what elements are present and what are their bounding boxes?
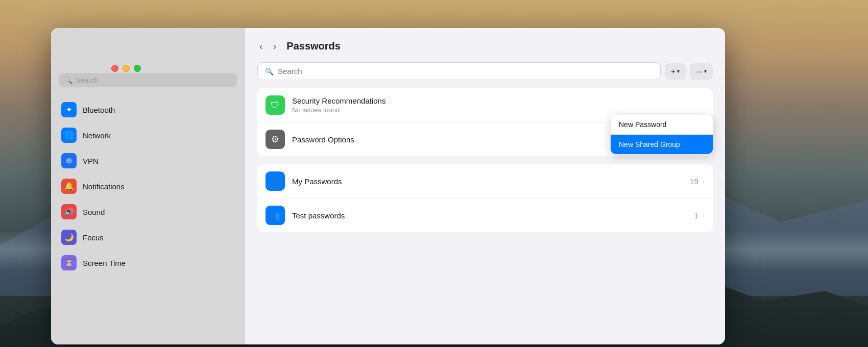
my-passwords-text: My Passwords	[292, 177, 690, 186]
new-password-item[interactable]: New Password	[611, 115, 713, 135]
sidebar-search-placeholder: Search	[76, 76, 98, 84]
sidebar-label-vpn: VPN	[83, 157, 99, 165]
search-icon: 🔍	[64, 77, 73, 84]
security-subtitle: No issues found	[292, 106, 705, 114]
add-chevron-icon: ▾	[677, 68, 680, 74]
test-passwords-text: Test passwords	[292, 211, 694, 220]
passwords-section: 👤 My Passwords 19 › 👥 Test passwords 1 ›	[257, 164, 713, 232]
test-passwords-title: Test passwords	[292, 211, 694, 220]
sidebar-item-focus[interactable]: 🌙 Focus	[55, 225, 241, 250]
more-chevron-icon: ▾	[704, 68, 707, 74]
sidebar-search-bar[interactable]: 🔍 Search	[59, 73, 237, 87]
sidebar-item-network[interactable]: 🌐 Network	[55, 123, 241, 147]
sidebar-label-focus: Focus	[83, 233, 104, 242]
sidebar-label-notifications: Notifications	[83, 182, 125, 191]
main-header: ‹ › Passwords	[245, 28, 725, 62]
test-passwords-item[interactable]: 👥 Test passwords 1 ›	[257, 199, 713, 232]
my-passwords-count: 19	[690, 177, 698, 186]
security-item-text: Security Recommendations No issues found	[292, 96, 705, 114]
sidebar-items: ✦ Bluetooth 🌐 Network ⊕ VPN 🔔 Notificati…	[51, 95, 245, 344]
window: 🔍 Search ✦ Bluetooth 🌐 Network ⊕ VPN 🔔 N…	[51, 28, 725, 344]
main-content: ‹ › Passwords 🔍 + ▾ ··· ▾ New Password	[245, 28, 725, 344]
close-button[interactable]	[111, 65, 118, 72]
page-title: Passwords	[286, 40, 341, 52]
sidebar: 🔍 Search ✦ Bluetooth 🌐 Network ⊕ VPN 🔔 N…	[51, 28, 245, 344]
add-plus-label: +	[671, 67, 675, 76]
main-search-bar[interactable]: 🔍	[257, 62, 661, 80]
my-passwords-item[interactable]: 👤 My Passwords 19 ›	[257, 164, 713, 199]
sidebar-label-screen-time: Screen Time	[83, 259, 126, 267]
sidebar-label-sound: Sound	[83, 208, 105, 216]
sidebar-item-bluetooth[interactable]: ✦ Bluetooth	[55, 97, 241, 122]
new-shared-group-item[interactable]: New Shared Group	[611, 135, 713, 154]
focus-icon: 🌙	[61, 230, 77, 245]
add-button[interactable]: + ▾	[665, 63, 686, 80]
traffic-lights	[111, 65, 141, 72]
test-passwords-icon: 👥	[266, 206, 285, 225]
notifications-icon: 🔔	[61, 179, 77, 194]
more-dots-label: ···	[696, 67, 702, 76]
screen-time-icon: ⏳	[61, 255, 77, 270]
more-button[interactable]: ··· ▾	[690, 63, 713, 80]
sidebar-label-bluetooth: Bluetooth	[83, 106, 115, 114]
sidebar-item-sound[interactable]: 🔊 Sound	[55, 200, 241, 224]
sidebar-item-screen-time[interactable]: ⏳ Screen Time	[55, 251, 241, 275]
vpn-icon: ⊕	[61, 153, 77, 168]
sound-icon: 🔊	[61, 204, 77, 219]
new-shared-group-label: New Shared Group	[619, 140, 680, 148]
main-search-icon: 🔍	[265, 67, 274, 76]
security-icon: 🛡	[266, 95, 285, 115]
my-passwords-icon: 👤	[266, 171, 285, 191]
dropdown-menu: New Password New Shared Group	[611, 115, 713, 154]
options-icon: ⚙	[266, 130, 285, 149]
forward-button[interactable]: ›	[271, 38, 279, 54]
sidebar-item-notifications[interactable]: 🔔 Notifications	[55, 174, 241, 199]
main-search-row: 🔍 + ▾ ··· ▾	[245, 62, 725, 88]
minimize-button[interactable]	[123, 65, 130, 72]
sidebar-item-vpn[interactable]: ⊕ VPN	[55, 148, 241, 173]
network-icon: 🌐	[61, 128, 77, 143]
new-password-label: New Password	[619, 120, 666, 129]
content-list: 🛡 Security Recommendations No issues fou…	[245, 88, 725, 240]
my-passwords-chevron-icon: ›	[703, 178, 705, 185]
maximize-button[interactable]	[134, 65, 141, 72]
back-button[interactable]: ‹	[257, 38, 265, 54]
main-search-input[interactable]	[278, 67, 653, 76]
test-passwords-count: 1	[694, 211, 698, 220]
bluetooth-icon: ✦	[61, 102, 77, 117]
test-passwords-chevron-icon: ›	[703, 212, 705, 219]
security-title: Security Recommendations	[292, 96, 705, 105]
sidebar-label-network: Network	[83, 131, 111, 140]
my-passwords-title: My Passwords	[292, 177, 690, 186]
